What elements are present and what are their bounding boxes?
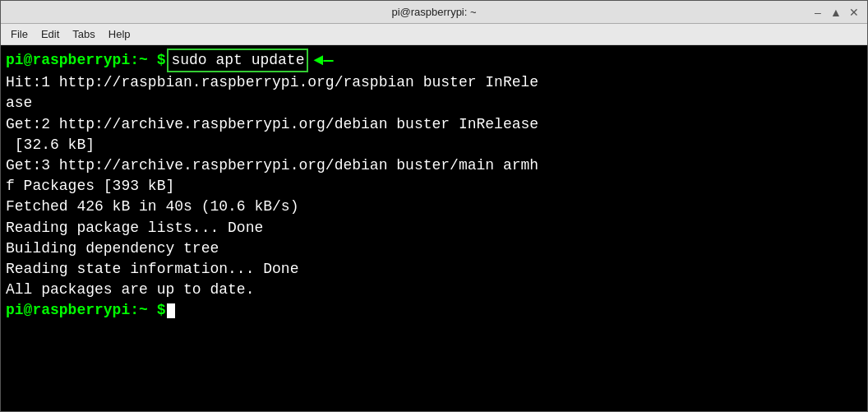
maximize-button[interactable]: ▲ — [829, 6, 843, 19]
arrow-icon: ◄— — [313, 49, 333, 72]
title-bar: pi@raspberrypi: ~ – ▲ ✕ — [1, 1, 867, 24]
menu-edit[interactable]: Edit — [35, 26, 66, 42]
output-line-3: Get:2 http://archive.raspberrypi.org/deb… — [6, 114, 862, 135]
prompt-2: pi@raspberrypi:~ $ — [6, 300, 165, 321]
output-line-9: Building dependency tree — [6, 238, 862, 259]
output-line-4: [32.6 kB] — [6, 135, 862, 155]
window-controls: – ▲ ✕ — [811, 6, 861, 19]
output-line-5: Get:3 http://archive.raspberrypi.org/deb… — [6, 155, 862, 176]
terminal-body[interactable]: pi@raspberrypi:~ $ sudo apt update ◄— Hi… — [1, 45, 867, 411]
menu-bar: File Edit Tabs Help — [1, 24, 867, 45]
output-line-6: f Packages [393 kB] — [6, 176, 862, 197]
prompt-1: pi@raspberrypi:~ $ — [6, 50, 165, 71]
window-title: pi@raspberrypi: ~ — [57, 6, 811, 18]
output-line-7: Fetched 426 kB in 40s (10.6 kB/s) — [6, 197, 862, 217]
cursor — [167, 303, 175, 318]
close-button[interactable]: ✕ — [847, 6, 861, 19]
command-text: sudo apt update — [171, 52, 304, 68]
menu-tabs[interactable]: Tabs — [66, 26, 101, 42]
output-line-11: All packages are up to date. — [6, 280, 862, 300]
menu-file[interactable]: File — [4, 26, 35, 42]
terminal-window: pi@raspberrypi: ~ – ▲ ✕ File Edit Tabs H… — [0, 0, 868, 412]
last-prompt-line: pi@raspberrypi:~ $ — [6, 300, 862, 321]
output-line-8: Reading package lists... Done — [6, 218, 862, 238]
minimize-button[interactable]: – — [811, 6, 824, 19]
output-line-1: Hit:1 http://raspbian.raspberrypi.org/ra… — [6, 72, 862, 93]
command-line-1: pi@raspberrypi:~ $ sudo apt update ◄— — [6, 49, 862, 72]
output-line-2: ase — [6, 93, 862, 113]
menu-help[interactable]: Help — [102, 26, 137, 42]
output-line-10: Reading state information... Done — [6, 259, 862, 280]
